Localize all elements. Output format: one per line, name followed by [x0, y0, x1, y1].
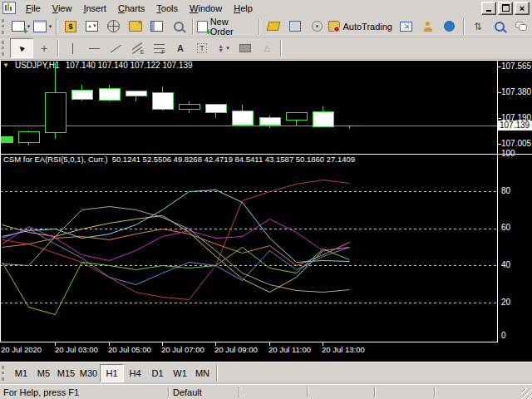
menu-help[interactable]: Help — [228, 2, 259, 15]
mql-page-button[interactable] — [284, 17, 306, 36]
toolbar-separator — [280, 40, 282, 57]
cursor-icon: ◄ — [16, 42, 27, 54]
toolbar-grip[interactable] — [2, 41, 7, 56]
zoom-button[interactable] — [489, 17, 510, 36]
fullscreen-button[interactable]: ⇲ — [396, 17, 417, 36]
autotrading-button[interactable]: AutoTrading — [328, 17, 396, 36]
chart-shift-icon: ⇅ — [474, 22, 482, 32]
status-cell — [308, 385, 374, 399]
timeframe-m5[interactable]: M5 — [32, 365, 55, 382]
horizontal-line-icon — [89, 48, 100, 49]
folder-star-icon: ★ — [129, 21, 142, 32]
menu-charts[interactable]: Charts — [112, 2, 150, 15]
navigator-button[interactable] — [103, 17, 125, 36]
fibonacci-button[interactable]: F — [148, 39, 170, 57]
menu-bar: File View Insert Charts Tools Window Hel… — [0, 0, 532, 17]
indicator-scale-label: 80 — [501, 186, 510, 196]
resize-grip[interactable] — [521, 388, 532, 399]
time-axis-label: 20 Jul 11:00 — [268, 345, 311, 355]
favorites-button[interactable]: ★ — [125, 17, 146, 36]
chat-bubbles-icon — [515, 22, 527, 31]
signal-icon — [312, 21, 323, 32]
menu-window[interactable]: Window — [184, 2, 228, 15]
metaeditor-icon — [267, 22, 281, 31]
menu-view[interactable]: View — [47, 2, 78, 15]
globe-icon — [444, 21, 455, 32]
timeframe-h4[interactable]: H4 — [124, 365, 146, 382]
text-tool-button[interactable]: A — [170, 39, 191, 57]
timeframe-d1[interactable]: D1 — [146, 365, 169, 382]
toolbar-separator — [192, 18, 194, 35]
profiles-icon — [33, 20, 47, 32]
child-minimize-button[interactable] — [481, 2, 496, 15]
indicator-title: CSM for EA(RSI(5,0,1), Curr.) 50.1241 52… — [3, 155, 355, 165]
strategy-tester-button[interactable] — [168, 17, 190, 36]
menu-file[interactable]: File — [20, 2, 47, 15]
fibonacci-icon: F — [154, 44, 165, 53]
market-watch-button[interactable]: $ — [60, 17, 81, 36]
toolbar-separator — [259, 18, 260, 35]
close-icon: × — [520, 4, 525, 12]
new-order-label: New Order — [209, 17, 256, 37]
timeframe-w1[interactable]: W1 — [169, 365, 191, 382]
timeframe-m15[interactable]: M15 — [55, 365, 77, 382]
timeframe-h1[interactable]: H1 — [100, 364, 124, 382]
rectangle-tool-button[interactable] — [234, 39, 256, 57]
trendline-button[interactable] — [105, 39, 126, 57]
label-tool-button[interactable]: T — [191, 39, 213, 57]
tester-magnifier-icon — [174, 22, 184, 32]
triangle-icon: △ — [264, 44, 270, 52]
status-profile[interactable]: Default — [170, 385, 239, 399]
child-restore-button[interactable] — [498, 2, 513, 15]
crosshair-circle-icon — [107, 20, 120, 32]
timeframe-m30[interactable]: M30 — [77, 365, 100, 382]
time-axis-label: 20 Jul 09:00 — [214, 345, 258, 355]
chart-symbol-period: USDJPY,H1 — [15, 61, 60, 71]
crosshair-icon: + — [41, 43, 47, 53]
timeframe-m1[interactable]: M1 — [10, 365, 32, 382]
data-window-button[interactable]: ▲▼ — [81, 17, 103, 36]
timeframe-mn[interactable]: MN — [191, 365, 214, 382]
new-chart-button[interactable]: +▾ — [10, 17, 32, 36]
chart-area[interactable]: ▼ USDJPY,H1 107.140 107.140 107.122 107.… — [0, 60, 532, 362]
new-order-button[interactable]: +New Order — [196, 17, 256, 36]
horizontal-line-button[interactable] — [83, 39, 105, 57]
menu-insert[interactable]: Insert — [77, 2, 112, 15]
metaeditor-button[interactable] — [263, 17, 284, 36]
chat-button[interactable] — [510, 17, 532, 36]
chart-shift-button[interactable]: ⇅ — [467, 17, 489, 36]
cursor-tool-button[interactable]: ◄ — [10, 38, 33, 58]
fullscreen-icon: ⇲ — [400, 22, 412, 32]
chevron-down-icon: ▾ — [226, 45, 229, 52]
child-close-button[interactable]: × — [515, 2, 530, 15]
restore-icon — [502, 4, 510, 12]
indicator-scale-label: 100 — [501, 149, 515, 159]
minimize-icon — [486, 10, 491, 12]
autotrading-label: AutoTrading — [342, 22, 395, 32]
price-tick-label: 107.380 — [501, 87, 531, 97]
toolbar-grip[interactable] — [2, 19, 7, 34]
terminal-icon — [150, 21, 163, 32]
price-tick-label: 107.005 — [501, 139, 531, 149]
status-help-text: For Help, press F1 — [0, 385, 168, 399]
community-button[interactable] — [417, 17, 439, 36]
toolbar-grip[interactable] — [2, 366, 7, 381]
time-axis-label: 20 Jul 2020 — [1, 345, 42, 355]
signals-button[interactable] — [306, 17, 328, 36]
arrows-tool-button[interactable]: ▲▼▾ — [213, 39, 234, 57]
channel-button[interactable]: E — [126, 39, 148, 57]
crosshair-tool-button[interactable]: + — [33, 39, 55, 57]
indicator-scale-label: 0 — [501, 331, 506, 341]
vertical-line-button[interactable] — [62, 39, 83, 57]
text-icon: A — [177, 43, 184, 53]
time-axis-label: 20 Jul 07:00 — [161, 345, 204, 355]
mql5-button[interactable] — [439, 17, 461, 36]
triangle-tool-button[interactable]: △ — [256, 39, 278, 57]
document-icon — [289, 21, 301, 32]
trendline-icon — [111, 44, 121, 52]
profiles-button[interactable]: ▾ — [32, 17, 53, 36]
indicator-scale-label: 20 — [501, 298, 510, 308]
terminal-button[interactable] — [146, 17, 168, 36]
menu-tools[interactable]: Tools — [150, 2, 184, 15]
line-studies-toolbar: ◄ + E F A T ▲▼▾ △ — [0, 37, 532, 60]
